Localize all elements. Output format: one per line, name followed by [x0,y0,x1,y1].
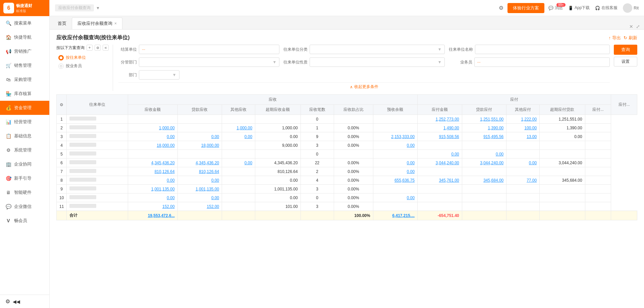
sidebar-item-inventory[interactable]: 🏪 库存核算 [0,87,49,101]
sidebar-item-system[interactable]: ⚙ 系统管理 [0,143,49,157]
cell-ap-loan[interactable]: 0.00 [462,150,506,159]
cell-ap-loan[interactable] [462,202,506,211]
sidebar-item-corp[interactable]: 🏢 企业协同 [0,157,49,171]
cell-ar-other[interactable] [222,115,255,124]
service-btn[interactable]: 🎧 在线客服 [595,5,618,11]
cell-ap-amount[interactable] [418,141,462,150]
export-button[interactable]: ↑ 导出 [609,35,621,41]
cell-ap-loan[interactable]: 3,044,240.00 [462,159,506,167]
cell-ar-loan[interactable]: 810,126.64 [177,167,222,176]
scheme-collapse-icon[interactable]: « [103,45,109,51]
cell-ar-amount[interactable] [128,150,177,159]
cell-ar-prepay[interactable] [373,150,418,159]
cell-ar-loan[interactable]: 4,345,436.20 [177,159,222,167]
topbar-gear-icon[interactable]: ⚙ [499,5,503,11]
sidebar-item-hardware[interactable]: 🖥 智能硬件 [0,185,49,200]
scheme-item-staff[interactable]: 按业务员 [56,62,109,70]
scheme-settings-icon[interactable]: ⚙ [95,45,101,51]
cell-ar-amount[interactable]: 0.00 [128,176,177,185]
sidebar-item-basic[interactable]: 📋 基础信息 [0,129,49,143]
cell-ar-loan[interactable]: 18,000.00 [177,141,222,150]
cell-ar-prepay[interactable]: 0.00 [373,167,418,176]
cell-ar-other[interactable] [222,193,255,202]
sidebar-item-member[interactable]: V 畅会员 [0,214,49,228]
cell-ar-loan[interactable]: 0.00 [177,193,222,202]
cell-ap-loan[interactable]: 915,495.56 [462,132,506,141]
promo-button[interactable]: 体验行业方案 [507,3,544,13]
cell-ar-loan[interactable] [177,124,222,132]
cell-ar-prepay[interactable] [373,124,418,132]
cell-ap-loan[interactable]: 1,390.00 [462,124,506,132]
tab-maximize-icon[interactable]: ⤢ [636,24,640,29]
tab-close-icon[interactable]: × [114,21,117,26]
cell-ar-prepay[interactable]: 0.00 [373,193,418,202]
cell-ap-loan[interactable] [462,185,506,193]
message-btn[interactable]: 💬 消息 99+ [548,5,563,11]
cell-ar-other[interactable] [222,150,255,159]
cell-ap-other[interactable]: 100.00 [506,124,540,132]
cell-ap-amount[interactable]: 0.00 [418,150,462,159]
cell-ar-loan[interactable]: 1,001,135.00 [177,185,222,193]
salesperson-input[interactable]: ··· [474,57,610,67]
sidebar-item-sales[interactable]: 🛒 销售管理 [0,58,49,73]
user-menu[interactable]: Rit [623,3,639,13]
unit-nature-select[interactable]: ▼ [310,57,444,67]
cell-ar-loan[interactable]: 152.00 [177,202,222,211]
cell-ap-loan[interactable] [462,167,506,176]
tab-ar-ap[interactable]: 应收应付余额查询 × [72,17,122,29]
cell-ar-prepay[interactable] [373,115,418,124]
cell-ap-other[interactable]: 77.00 [506,176,540,185]
cell-ap-other[interactable]: 1,222.00 [506,115,540,124]
cell-ap-loan[interactable] [462,141,506,150]
jiesuan-input[interactable]: ··· [139,45,279,54]
cell-ar-amount[interactable] [128,115,177,124]
cell-ap-amount[interactable]: 3,044,240.00 [418,159,462,167]
cell-ar-prepay[interactable]: 655,636.75 [373,176,418,185]
cell-ap-amount[interactable]: 1,490.00 [418,124,462,132]
cell-ap-loan[interactable] [462,193,506,202]
sidebar-item-wechat[interactable]: 💬 企业微信 [0,200,49,214]
sidebar-settings-icon[interactable]: ⚙ [5,298,10,305]
cell-ap-other[interactable]: 13.00 [506,132,540,141]
cell-ar-amount[interactable]: 152.00 [128,202,177,211]
cell-ar-prepay[interactable] [373,185,418,193]
tab-home[interactable]: 首页 [52,18,72,29]
cell-ap-other[interactable] [506,202,540,211]
cell-ap-other[interactable] [506,167,540,176]
dept-select[interactable]: ▼ [139,70,179,80]
cell-ap-loan[interactable]: 345,684.00 [462,176,506,185]
cell-ar-prepay[interactable]: 2,153,333.00 [373,132,418,141]
cell-ar-other[interactable] [222,176,255,185]
sidebar-collapse-icon[interactable]: ◀◀ [13,299,20,304]
app-download-btn[interactable]: 📱 App下载 [568,5,590,11]
sidebar-item-nav[interactable]: 🏠 快捷导航 [0,30,49,44]
cell-ap-amount[interactable]: 1,252,773.00 [418,115,462,124]
sidebar-item-purchase[interactable]: 🛍 采购管理 [0,73,49,87]
cell-ap-other[interactable] [506,193,540,202]
dept-manager-select[interactable]: ▼ [139,57,279,67]
tab-close-window-icon[interactable]: ✕ [629,24,633,29]
unit-name-input[interactable] [475,45,610,54]
add-scheme-icon[interactable]: + [87,45,93,51]
cell-ap-loan[interactable]: 1,251,551.00 [462,115,506,124]
cell-ar-loan[interactable]: 0.00 [177,176,222,185]
cell-ar-amount[interactable]: 1,000.00 [128,124,177,132]
sidebar-item-finance[interactable]: 💰 资金管理 [0,101,49,115]
cell-ar-amount[interactable]: 810,126.64 [128,167,177,176]
table-settings-icon[interactable]: ⚙ [60,102,63,107]
cell-ap-amount[interactable]: 915,508.56 [418,132,462,141]
cell-ap-amount[interactable] [418,185,462,193]
refresh-button[interactable]: ↻ 刷新 [624,35,637,41]
cell-ap-other[interactable] [506,141,540,150]
cell-ar-prepay[interactable]: 0.00 [373,159,418,167]
cell-ap-amount[interactable]: 345,761.00 [418,176,462,185]
sidebar-item-marketing[interactable]: 📢 营销推广 [0,44,49,58]
sidebar-item-search[interactable]: 🔍 搜索菜单 [0,16,49,30]
cell-ap-other[interactable] [506,185,540,193]
cell-ap-amount[interactable] [418,193,462,202]
col-header-settings[interactable]: ⚙ [57,95,67,115]
cell-ar-prepay[interactable]: 0.00 [373,141,418,150]
cell-ar-loan[interactable] [177,115,222,124]
cell-ar-other[interactable]: 0.00 [222,159,255,167]
scheme-item-unit[interactable]: 按往来单位 [56,53,109,62]
